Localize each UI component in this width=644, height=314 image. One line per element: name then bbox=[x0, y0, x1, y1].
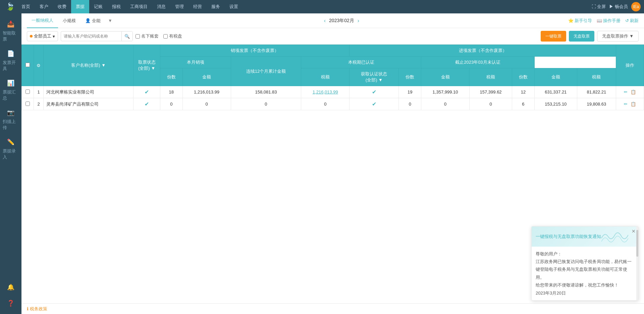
col-sales-amount: 金额 bbox=[182, 68, 231, 86]
row-name: 灵寿县尚泽矿产品有限公司 bbox=[44, 98, 133, 110]
sidebar-item-invoice-issue[interactable]: 📄 发票开具 bbox=[1, 46, 20, 74]
sidebar-item-help[interactable]: ❓ bbox=[1, 296, 20, 311]
ticket-check-icon: ✔ bbox=[145, 89, 149, 95]
row-copy-btn[interactable]: 📋 bbox=[631, 89, 636, 95]
nav-biz[interactable]: 工商项目 bbox=[125, 0, 152, 13]
notification-title: 一键报税与无盘取票功能恢复通知 bbox=[536, 234, 601, 240]
nav-invoice[interactable]: 票据 bbox=[71, 0, 89, 13]
checkbox-taxpad-input[interactable] bbox=[163, 34, 168, 39]
scan-upload-icon: 📷 bbox=[6, 108, 15, 117]
employee-select[interactable]: 全部员工 ▾ bbox=[27, 31, 58, 41]
select-all-checkbox[interactable] bbox=[25, 63, 30, 67]
sidebar-item-notification[interactable]: 🔔 bbox=[1, 280, 20, 295]
nav-client[interactable]: 客户 bbox=[35, 0, 53, 13]
row-check-input[interactable] bbox=[25, 89, 30, 94]
row-sales-tax: 0 bbox=[231, 98, 301, 110]
notification-scrollbar-handle[interactable] bbox=[636, 230, 638, 257]
sidebar-item-invoice-summary[interactable]: 📊 票据汇总 bbox=[1, 76, 20, 104]
nav-manage[interactable]: 管理 bbox=[170, 0, 189, 13]
row-cert-amount: 0 bbox=[421, 98, 470, 110]
manual-btn[interactable]: 📖 操作手册 bbox=[597, 18, 621, 24]
date-next-btn[interactable]: › bbox=[358, 18, 359, 24]
checkbox-myaccount[interactable]: 名下账套 bbox=[136, 33, 159, 39]
row-sales-accum[interactable]: 1,216,013.99 bbox=[301, 86, 350, 98]
row-sales-amount: 1,216,013.99 bbox=[182, 86, 231, 98]
row-cert-amount: 1,357,999.10 bbox=[421, 86, 470, 98]
nav-bookkeeping[interactable]: 记账 bbox=[89, 0, 107, 13]
no-disk-op-label: 无盘取票操作 ▼ bbox=[602, 33, 634, 39]
col-ticket-status-header[interactable]: 取票状态(全部) ▼ bbox=[133, 45, 160, 86]
sidebar: 📥 智能取票 📄 发票开具 📊 票据汇总 📷 扫描上传 ✏️ 票据录入 🔔 ❓ bbox=[0, 13, 21, 314]
row-index: 2 bbox=[34, 98, 44, 110]
row-edit-btn[interactable]: ✏ bbox=[624, 89, 628, 95]
row-cert-count: 19 bbox=[399, 86, 421, 98]
nav-business[interactable]: 经营 bbox=[189, 0, 207, 13]
tax-policy-label: 税务政策 bbox=[30, 306, 47, 312]
row-copy-btn[interactable]: 📋 bbox=[631, 102, 636, 107]
sidebar-item-smart-ticket[interactable]: 📥 智能取票 bbox=[1, 17, 20, 45]
notification-icon: 🔔 bbox=[6, 282, 15, 292]
nav-settings[interactable]: 设置 bbox=[225, 0, 243, 13]
row-edit-btn[interactable]: ✏ bbox=[624, 102, 628, 107]
refresh-btn[interactable]: ↺ 刷新 bbox=[625, 18, 639, 24]
nav-fee[interactable]: 收费 bbox=[53, 0, 71, 13]
col-settings-header: ⚙ bbox=[34, 45, 44, 86]
invoice-summary-icon: 📊 bbox=[6, 78, 15, 88]
sidebar-item-scan-upload[interactable]: 📷 扫描上传 bbox=[1, 105, 20, 133]
checkbox-myaccount-input[interactable] bbox=[136, 34, 140, 39]
col-name-header[interactable]: 客户名称(全部) ▼ bbox=[44, 45, 133, 86]
cert-check-icon: ✔ bbox=[372, 89, 376, 95]
new-guide-btn[interactable]: ⭐ 新手引导 bbox=[568, 18, 592, 24]
member-btn[interactable]: ▶ 畅会员 bbox=[609, 4, 628, 10]
col-accum-header: 连续12个月累计金额 bbox=[231, 57, 301, 86]
date-nav: ‹ 2023年02月 › bbox=[324, 18, 359, 24]
nav-service[interactable]: 服务 bbox=[207, 0, 225, 13]
employee-dot bbox=[30, 35, 33, 38]
row-checkbox[interactable] bbox=[22, 98, 34, 110]
col-cert-status[interactable]: 获取认证状态(全部) ▼ bbox=[350, 68, 399, 86]
tab-small-scale[interactable]: 小规模 bbox=[58, 13, 80, 28]
sidebar-item-invoice-entry[interactable]: ✏️ 票据录入 bbox=[1, 135, 20, 163]
date-display: 2023年02月 bbox=[329, 18, 354, 24]
row-cert-count: 0 bbox=[399, 98, 421, 110]
search-input[interactable] bbox=[61, 34, 121, 39]
checkbox-taxpad[interactable]: 有税盘 bbox=[163, 33, 182, 39]
nav-home[interactable]: 首页 bbox=[17, 0, 35, 13]
all-tab-icon: 👤 bbox=[85, 18, 91, 23]
nav-tax[interactable]: 报税 bbox=[107, 0, 125, 13]
fullscreen-btn[interactable]: ⛶ 全屏 bbox=[592, 4, 606, 10]
sidebar-label-smart-ticket: 智能取票 bbox=[3, 30, 19, 42]
tax-policy-icon: ℹ bbox=[27, 306, 29, 311]
table-row: 1 河北柯摩栋实业有限公司 ✔ 18 1,216,013.99 158,081.… bbox=[22, 86, 644, 98]
row-actions: ✏ 📋 bbox=[616, 86, 644, 98]
tax-policy-link[interactable]: ℹ 税务政策 bbox=[27, 306, 47, 312]
row-uncert-count: 12 bbox=[512, 86, 535, 98]
top-nav-right: ⛶ 全屏 ▶ 畅会员 tEa bbox=[592, 2, 641, 11]
row-cert-status: ✔ bbox=[350, 86, 399, 98]
tab-bar-container: 一般纳税人 小规模 👤 全能 ▼ ‹ 2023年02月 › ⭐ 新手引导 📖 操… bbox=[21, 13, 644, 28]
tab-all[interactable]: 👤 全能 bbox=[80, 13, 105, 28]
tab-general-taxpayer[interactable]: 一般纳税人 bbox=[27, 13, 58, 28]
toolbar-left: 全部员工 ▾ 🔍 名下账套 有税盘 bbox=[27, 31, 182, 41]
row-sales-accum: 0 bbox=[301, 98, 350, 110]
row-uncert-amount: 631,337.21 bbox=[534, 86, 577, 98]
table-row: 2 灵寿县尚泽矿产品有限公司 ✔ 0 0 0 0 ✔ 0 0 0 6 153,2… bbox=[22, 98, 644, 110]
avatar[interactable]: tEa bbox=[631, 2, 641, 11]
row-name: 河北柯摩栋实业有限公司 bbox=[44, 86, 133, 98]
date-prev-btn[interactable]: ‹ bbox=[324, 18, 326, 24]
employee-label: 全部员工 bbox=[34, 33, 51, 39]
no-disk-ticket-btn[interactable]: 无盘取票 bbox=[569, 31, 594, 42]
no-disk-op-btn[interactable]: 无盘取票操作 ▼ bbox=[597, 31, 639, 42]
tab-more-btn[interactable]: ▼ bbox=[105, 17, 115, 24]
sidebar-label-scan-upload: 扫描上传 bbox=[3, 119, 19, 131]
one-key-ticket-btn[interactable]: 一键取票 bbox=[541, 31, 566, 42]
nav-message[interactable]: 消息 bbox=[152, 0, 170, 13]
row-sales-count: 18 bbox=[160, 86, 183, 98]
search-btn[interactable]: 🔍 bbox=[121, 31, 132, 41]
toolbar: 全部员工 ▾ 🔍 名下账套 有税盘 bbox=[21, 28, 644, 45]
row-check-input[interactable] bbox=[25, 102, 30, 106]
date-nav-container: ‹ 2023年02月 › bbox=[115, 18, 568, 24]
accum-link[interactable]: 1,216,013.99 bbox=[313, 89, 338, 95]
notification-close-btn[interactable]: ✕ bbox=[632, 229, 636, 234]
row-checkbox[interactable] bbox=[22, 86, 34, 98]
